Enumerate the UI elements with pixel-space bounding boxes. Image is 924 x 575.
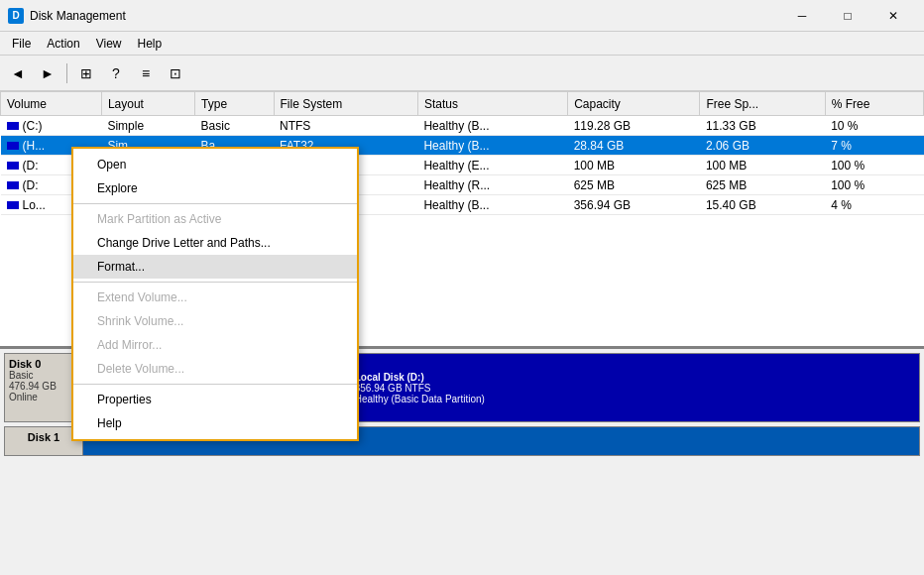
view-grid-button[interactable]: ⊞ <box>72 59 100 87</box>
list-button[interactable]: ≡ <box>132 59 160 87</box>
back-button[interactable]: ◄ <box>4 59 32 87</box>
col-layout[interactable]: Layout <box>101 92 194 116</box>
ctx-sep-3 <box>73 384 357 385</box>
col-status[interactable]: Status <box>417 92 567 116</box>
ctx-sep-2 <box>73 282 357 283</box>
toolbar-sep-1 <box>66 63 67 83</box>
partition-0-3[interactable]: Local Disk (D:) 356.94 GB NTFS Healthy (… <box>351 354 919 421</box>
toolbar: ◄ ► ⊞ ? ≡ ⊡ <box>0 56 924 91</box>
menu-help[interactable]: Help <box>130 35 171 53</box>
ctx-extend: Extend Volume... <box>73 286 357 309</box>
context-menu: Open Explore Mark Partition as Active Ch… <box>71 147 359 441</box>
partition-0-3-status: Healthy (Basic Data Partition) <box>355 394 915 404</box>
partition-0-3-size: 356.94 GB NTFS <box>355 383 915 394</box>
ctx-help[interactable]: Help <box>73 411 357 435</box>
col-capacity[interactable]: Capacity <box>568 92 700 116</box>
ctx-add-mirror: Add Mirror... <box>73 333 357 357</box>
disk-0-size: 476.94 GB <box>9 381 78 392</box>
col-pct[interactable]: % Free <box>825 92 923 116</box>
ctx-delete: Delete Volume... <box>73 357 357 381</box>
ctx-shrink: Shrink Volume... <box>73 309 357 333</box>
disk-1-name: Disk 1 <box>28 431 59 443</box>
ctx-explore[interactable]: Explore <box>73 176 357 200</box>
col-type[interactable]: Type <box>195 92 274 116</box>
ctx-open[interactable]: Open <box>73 153 357 176</box>
window-controls: ─ □ ✕ <box>779 0 916 32</box>
window-title: Disk Management <box>30 9 779 23</box>
col-filesystem[interactable]: File System <box>274 92 417 116</box>
maximize-button[interactable]: □ <box>825 0 870 32</box>
close-button[interactable]: ✕ <box>870 0 916 32</box>
ctx-change-letter[interactable]: Change Drive Letter and Paths... <box>73 231 357 255</box>
disk-0-type: Basic <box>9 370 78 381</box>
forward-button[interactable]: ► <box>34 59 61 87</box>
ctx-properties[interactable]: Properties <box>73 388 357 411</box>
disk-0-name: Disk 0 <box>9 358 78 370</box>
minimize-button[interactable]: ─ <box>779 0 825 32</box>
title-bar: D Disk Management ─ □ ✕ <box>0 0 924 32</box>
menu-file[interactable]: File <box>4 35 39 53</box>
menu-action[interactable]: Action <box>39 35 87 53</box>
menu-bar: File Action View Help <box>0 32 924 56</box>
menu-view[interactable]: View <box>88 35 130 53</box>
app-icon: D <box>8 8 24 24</box>
detail-button[interactable]: ⊡ <box>162 59 189 87</box>
ctx-sep-1 <box>73 203 357 204</box>
table-row[interactable]: (C:)SimpleBasicNTFSHealthy (B...119.28 G… <box>1 116 924 136</box>
col-volume[interactable]: Volume <box>1 92 102 116</box>
col-free[interactable]: Free Sp... <box>700 92 825 116</box>
partition-0-3-name: Local Disk (D:) <box>355 372 915 383</box>
help-button[interactable]: ? <box>102 59 130 87</box>
ctx-mark-active: Mark Partition as Active <box>73 207 357 231</box>
disk-0-status: Online <box>9 392 78 402</box>
ctx-format[interactable]: Format... <box>73 255 357 279</box>
